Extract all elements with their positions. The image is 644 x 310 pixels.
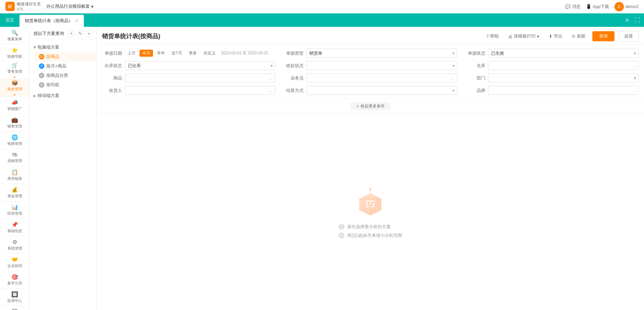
warehouse-field: 仓库 … [465, 61, 639, 70]
tab-close-all-icon[interactable]: ✕ [624, 16, 631, 25]
logo-icon: 好 [5, 2, 15, 11]
tree-item-by-month-product-icon: 月 [39, 63, 44, 69]
sidebar-item-finance[interactable]: 💰 资金管理 [0, 184, 29, 201]
date-tab-last-month[interactable]: 上月 [125, 50, 138, 57]
tab-active[interactable]: 销货单统计表（按商品） × [19, 15, 84, 27]
salesperson-field: 业务员 … [283, 73, 457, 83]
filter-row-3: 商品 … 业务员 … [102, 73, 639, 83]
receiver-input[interactable] [125, 86, 275, 95]
sidebar-item-ecom[interactable]: 🌐 电商管理 [0, 132, 29, 149]
sidebar-item-wholesale[interactable]: 📦 批发管理 ▴ [0, 79, 29, 97]
sidebar-item-inventory[interactable]: 📋 库存核算 [0, 166, 29, 184]
date-tab-this-month[interactable]: 本月 [140, 50, 153, 57]
svg-text:✦: ✦ [381, 192, 384, 195]
tab-bar: 首页 销货单统计表（按商品） × ✕ ⛶ [0, 13, 644, 27]
query-button[interactable]: 查询 [592, 31, 614, 41]
filter-collapse-btn[interactable]: « [86, 30, 92, 37]
sidebar-item-purchase[interactable]: 🛍 采购管理 [0, 149, 29, 166]
sidebar-item-wechat[interactable]: 💬 企业微信 [0, 306, 29, 310]
department-field: 部门 [465, 73, 639, 83]
collapse-btn[interactable]: ∧ 收起更多条件 [351, 102, 390, 110]
sidebar-item-marketing[interactable]: 📣 营销推广 [0, 97, 29, 114]
brand-input[interactable] [488, 86, 639, 95]
help-btn[interactable]: ? 帮助 [484, 32, 501, 41]
sidebar-item-corp[interactable]: 🤝 企业协同 [0, 254, 29, 271]
sidebar-item-system[interactable]: ⚙ 系统管理 [0, 236, 29, 254]
date-label: 单据日期 [102, 50, 122, 56]
tree-item-by-month-product[interactable]: 月 按月+商品 [35, 61, 96, 71]
product-field: 商品 … [102, 73, 275, 83]
operation-label: 经营管理 [7, 211, 22, 216]
out-status-select-wrap: 已出库 [125, 61, 275, 70]
sidebar-item-quick-nav[interactable]: ⭐ 快捷导航 [0, 44, 29, 62]
purchase-label: 采购管理 [7, 159, 22, 163]
filter-row-2: 出库状态 已出库 收款状态 [102, 61, 639, 70]
page-title: 销货单统计表(按商品) [102, 32, 160, 40]
date-tab-custom[interactable]: 自定义 [201, 50, 218, 57]
sidebar-item-basic[interactable]: 📌 基础信息 [0, 219, 29, 236]
user-area[interactable]: E demo2 [614, 2, 639, 11]
tab-fullscreen-icon[interactable]: ⛶ [633, 16, 641, 24]
doc-type-label: 单据类型 [283, 50, 304, 56]
ecom-icon: 🌐 [11, 134, 18, 141]
tip-text-1: 请先选择要分析的方案 [347, 224, 391, 230]
product-input[interactable] [125, 73, 275, 83]
payment-field: 结算方式 [283, 86, 457, 95]
mobile-group-header[interactable]: ▶ 移动端方案 [30, 91, 96, 100]
inventory-label: 库存核算 [7, 176, 22, 181]
warehouse-more-icon[interactable]: … [632, 63, 636, 68]
corp-icon: 🤝 [11, 256, 18, 263]
tree-item-by-category[interactable]: 目 按商品分类 [35, 71, 96, 80]
empty-tip-1: 1 请先选择要分析的方案 [338, 224, 402, 230]
date-tab-this-year[interactable]: 本年 [154, 50, 168, 57]
tree-item-by-product[interactable]: 按 按商品 [35, 52, 96, 61]
out-status-select[interactable]: 已出库 [125, 61, 275, 70]
warehouse-input-wrap: … [488, 61, 639, 70]
product-more-icon[interactable]: … [269, 76, 273, 81]
settings-button[interactable]: 设置 [619, 31, 639, 42]
doc-status-label: 单据状态 [465, 50, 485, 56]
collapse-row: ∧ 收起更多条件 [97, 99, 644, 113]
date-tab-7days[interactable]: 近7天 [169, 50, 185, 57]
salesperson-more-icon[interactable]: … [450, 76, 454, 81]
sidebar-item-search-menu[interactable]: 🔍 搜索菜单 [0, 27, 29, 44]
brand-more-icon[interactable]: … [632, 88, 636, 93]
message-action[interactable]: 💬 消息 [565, 4, 581, 10]
date-tab-more[interactable]: 更多 [186, 50, 200, 57]
empty-tips: 1 请先选择要分析的方案 2 用[过滤]条件来缩小分析范围 [338, 224, 402, 239]
salesperson-input[interactable] [306, 73, 457, 83]
sidebar-item-sales[interactable]: 💼 销售管理 [0, 114, 29, 132]
export-icon: ⬆ [549, 34, 552, 39]
sidebar-item-operation[interactable]: 📊 经营管理 [0, 201, 29, 219]
filter-add-btn[interactable]: + [68, 30, 75, 37]
receiver-more-icon[interactable]: … [269, 88, 273, 93]
marketing-label: 营销推广 [7, 107, 22, 111]
export-btn[interactable]: ⬆ 导出 [546, 32, 565, 41]
logo-area: 好 畅捷通好生意 标版 [5, 2, 41, 11]
tab-close-icon[interactable]: × [75, 18, 78, 24]
doc-type-select[interactable]: 销货单 [306, 49, 457, 58]
filter-panel: 按以下方案查询 + ✎ « ▶ 电脑端方案 按 按商品 [30, 27, 97, 310]
tab-home[interactable]: 首页 [0, 13, 19, 27]
workspace-selector[interactable]: 办公用品行业模拟账套 ▾ [44, 2, 96, 11]
print-template-btn[interactable]: 🖨 按模板打印 ▾ [505, 32, 542, 41]
tree-item-by-driver[interactable]: 按 按司机 [35, 80, 96, 90]
filter-row-4: 收货人 … 结算方式 [102, 86, 639, 95]
department-select[interactable] [488, 73, 639, 83]
doc-status-field: 单据状态 已生效 [465, 49, 639, 58]
sidebar-item-retail[interactable]: 🛒 零售管理 ▴ [0, 62, 29, 79]
receipt-status-select[interactable] [306, 61, 457, 70]
sidebar-item-newbie[interactable]: 🎯 新手引导 [0, 271, 29, 289]
app-download-action[interactable]: 📱 App下载 [586, 4, 609, 10]
desktop-group-header[interactable]: ▶ 电脑端方案 [30, 43, 96, 52]
filter-row-1: 单据日期 上月 本月 本年 近7天 更多 自定义 2023-03-01 至 20… [102, 49, 639, 58]
newbie-icon: 🎯 [11, 274, 18, 280]
filter-edit-btn[interactable]: ✎ [77, 30, 84, 37]
payment-select[interactable] [306, 86, 457, 95]
sales-label: 销售管理 [7, 124, 22, 128]
warehouse-input[interactable] [488, 61, 639, 70]
doc-status-select[interactable]: 已生效 [488, 49, 639, 58]
refresh-btn[interactable]: ↻ 刷新 [569, 32, 588, 41]
sidebar-item-apps[interactable]: 🔲 应用中心 [0, 289, 29, 306]
refresh-label: 刷新 [577, 33, 586, 39]
